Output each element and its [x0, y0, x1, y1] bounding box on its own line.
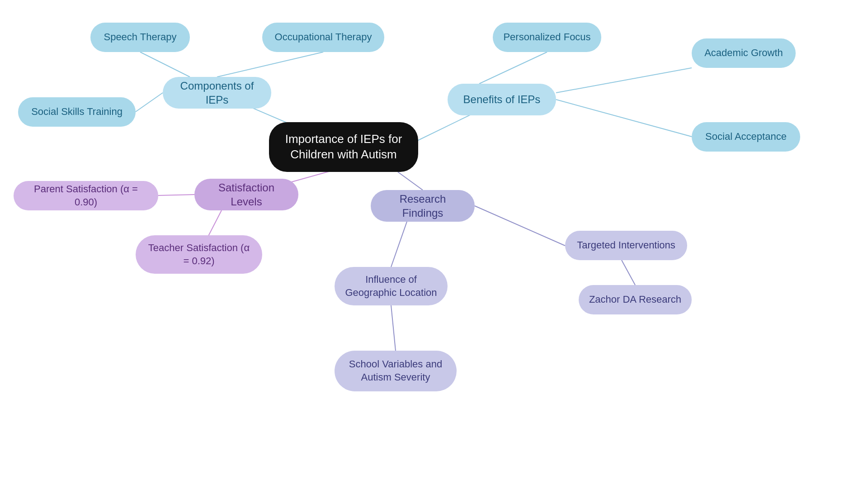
svg-line-7 — [556, 100, 692, 137]
research-findings-label: Research Findings — [381, 192, 465, 220]
benefits-ieps-node: Benefits of IEPs — [448, 84, 556, 115]
geographic-location-label: Influence of Geographic Location — [344, 273, 438, 299]
parent-satisfaction-label: Parent Satisfaction (α = 0.90) — [24, 183, 148, 209]
svg-line-9 — [158, 195, 194, 195]
speech-therapy-label: Speech Therapy — [104, 31, 176, 44]
targeted-interventions-label: Targeted Interventions — [577, 239, 675, 252]
social-acceptance-label: Social Acceptance — [705, 130, 787, 143]
benefits-ieps-label: Benefits of IEPs — [463, 92, 541, 106]
center-label: Importance of IEPs for Children with Aut… — [279, 132, 408, 162]
parent-satisfaction-node: Parent Satisfaction (α = 0.90) — [14, 181, 158, 210]
social-skills-label: Social Skills Training — [31, 105, 123, 119]
personalized-focus-node: Personalized Focus — [493, 23, 601, 52]
svg-line-5 — [479, 52, 547, 84]
school-variables-node: School Variables and Autism Severity — [335, 351, 457, 391]
speech-therapy-node: Speech Therapy — [90, 23, 190, 52]
components-ieps-label: Components of IEPs — [173, 79, 261, 107]
academic-growth-node: Academic Growth — [692, 38, 796, 68]
social-acceptance-node: Social Acceptance — [692, 122, 800, 152]
teacher-satisfaction-label: Teacher Satisfaction (α = 0.92) — [146, 242, 252, 267]
geographic-location-node: Influence of Geographic Location — [335, 267, 448, 305]
zachor-research-node: Zachor DA Research — [579, 285, 692, 314]
svg-line-3 — [136, 93, 163, 112]
svg-line-6 — [556, 68, 692, 93]
svg-line-2 — [217, 52, 323, 77]
occupational-therapy-node: Occupational Therapy — [262, 23, 384, 52]
zachor-research-label: Zachor DA Research — [589, 293, 681, 306]
occupational-therapy-label: Occupational Therapy — [275, 31, 372, 44]
school-variables-label: School Variables and Autism Severity — [344, 358, 447, 384]
teacher-satisfaction-node: Teacher Satisfaction (α = 0.92) — [136, 235, 262, 274]
svg-line-1 — [140, 52, 190, 77]
targeted-interventions-node: Targeted Interventions — [565, 231, 687, 260]
academic-growth-label: Academic Growth — [704, 47, 783, 60]
svg-line-11 — [398, 172, 423, 190]
svg-line-12 — [391, 222, 407, 267]
center-node: Importance of IEPs for Children with Aut… — [269, 122, 418, 172]
satisfaction-levels-label: Satisfaction Levels — [204, 181, 288, 209]
satisfaction-levels-node: Satisfaction Levels — [194, 179, 298, 210]
svg-line-13 — [391, 305, 396, 351]
research-findings-node: Research Findings — [371, 190, 475, 222]
svg-line-14 — [475, 206, 565, 246]
svg-line-15 — [622, 260, 635, 285]
personalized-focus-label: Personalized Focus — [503, 31, 590, 44]
components-ieps-node: Components of IEPs — [163, 77, 271, 109]
social-skills-node: Social Skills Training — [18, 97, 136, 127]
